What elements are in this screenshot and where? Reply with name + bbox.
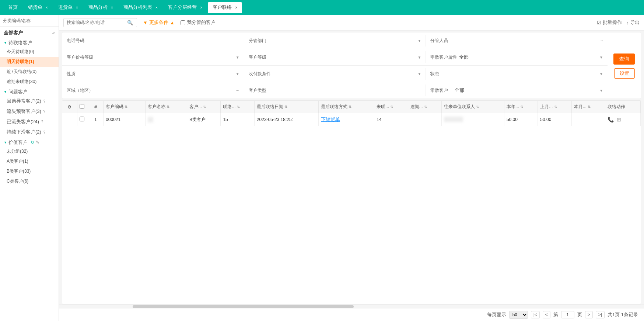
col-name[interactable]: 客户名称 ⇅ bbox=[145, 101, 187, 113]
col-last-date[interactable]: 最后联络日期 ⇅ bbox=[254, 101, 318, 113]
refresh-icon[interactable]: ↻ bbox=[31, 140, 34, 145]
total-records: 共1页 1条记录 bbox=[608, 311, 638, 318]
cell-last-month: 50.00 bbox=[538, 113, 571, 126]
scrollbar-thumb[interactable] bbox=[133, 305, 354, 308]
filter-payment: 收付款条件 ▼ bbox=[244, 68, 426, 80]
phone-action-icon[interactable]: 📞 bbox=[608, 117, 614, 122]
col-last-month[interactable]: 上月... ⇅ bbox=[538, 101, 571, 113]
export-icon: ↑ bbox=[626, 20, 629, 25]
page-suffix: 页 bbox=[577, 311, 582, 318]
my-customers-checkbox[interactable] bbox=[181, 20, 185, 25]
payment-select[interactable]: ▼ bbox=[273, 72, 421, 76]
prev-page-button[interactable]: < bbox=[543, 311, 550, 318]
first-page-button[interactable]: |< bbox=[531, 311, 540, 318]
cell-last-date: 2023-05-23 18:25: bbox=[254, 113, 318, 126]
sidebar-item-overdue[interactable]: 逾期未联络(30) bbox=[0, 77, 59, 87]
batch-op-button[interactable]: ☑ 批量操作 bbox=[597, 19, 622, 26]
col-code[interactable]: 客户编码 ⇅ bbox=[104, 101, 145, 113]
price-level-select[interactable]: ▼ bbox=[95, 55, 239, 59]
col-settings[interactable]: ⚙ bbox=[62, 101, 77, 113]
search-icon[interactable]: 🔍 bbox=[127, 20, 133, 25]
cell-last-way: 下销货单 bbox=[319, 113, 374, 126]
col-this-month[interactable]: 本月... ⇅ bbox=[571, 101, 605, 113]
col-uncontacted[interactable]: 未联... ⇅ bbox=[374, 101, 408, 113]
more-btn[interactable]: ··· bbox=[599, 38, 603, 43]
filter-row-1: 电话号码 分管部门 ▼ 分管人员 ··· bbox=[62, 32, 608, 49]
sort-icon: ⇅ bbox=[554, 105, 557, 109]
select-all-checkbox[interactable] bbox=[80, 104, 84, 109]
close-icon: × bbox=[155, 5, 158, 10]
nav-product-analysis[interactable]: 商品分析 × bbox=[84, 2, 118, 13]
dept-select[interactable]: ▼ bbox=[273, 39, 421, 43]
horizontal-scrollbar[interactable] bbox=[59, 304, 644, 308]
sidebar-item-churned[interactable]: 已流失客户(24) ? bbox=[0, 117, 59, 127]
sidebar-item-today[interactable]: 今天待联络(0) bbox=[0, 47, 59, 57]
per-page-select[interactable]: 50 100 200 bbox=[509, 311, 528, 319]
content-area: 🔍 ▼ 更多条件 ▲ 我分管的客户 ☑ 批量操作 ↑ 导出 bbox=[59, 15, 644, 321]
last-page-button[interactable]: >| bbox=[596, 311, 605, 318]
more-btn[interactable]: ··· bbox=[236, 88, 239, 93]
chevron-down-icon: ▼ bbox=[599, 72, 603, 76]
next-page-button[interactable]: > bbox=[585, 311, 593, 318]
col-last-way[interactable]: 最后联络方式 ⇅ bbox=[319, 101, 374, 113]
phone-input[interactable] bbox=[91, 37, 239, 44]
per-page-label: 每页显示 bbox=[487, 311, 506, 318]
sidebar-item-class-b[interactable]: B类客户(33) bbox=[0, 166, 59, 176]
sidebar-item-repurchase-abnormal[interactable]: 回购异常客户(2) ? bbox=[0, 96, 59, 106]
main-search-input[interactable] bbox=[67, 20, 126, 25]
col-contact[interactable]: 联络... ⇅ bbox=[221, 101, 254, 113]
query-button[interactable]: 查询 bbox=[613, 54, 635, 65]
nav-home[interactable]: 首页 bbox=[4, 2, 22, 13]
retail-customer-select[interactable]: 全部 ▼ bbox=[455, 87, 603, 94]
col-unit-contact[interactable]: 往来单位联系人 ⇅ bbox=[442, 101, 504, 113]
edit-icon[interactable]: ✎ bbox=[36, 140, 39, 145]
sidebar-item-7days[interactable]: 近7天待联络(0) bbox=[0, 67, 59, 77]
status-select[interactable]: ▼ bbox=[455, 72, 603, 76]
sort-icon: ⇅ bbox=[284, 105, 287, 109]
nav-product-analysis-list[interactable]: 商品分析列表 × bbox=[119, 2, 162, 13]
cell-unit-contact: 联系人名 bbox=[442, 113, 504, 126]
filter-customer-level: 客户等级 ▼ bbox=[244, 51, 426, 63]
sidebar-item-declining[interactable]: 持续下滑客户(2) ? bbox=[0, 127, 59, 137]
chevron-down-icon: ▼ bbox=[236, 72, 239, 76]
collapse-icon[interactable]: « bbox=[52, 30, 55, 36]
nav-purchase[interactable]: 进货单 × bbox=[54, 2, 83, 13]
region-select[interactable]: ··· bbox=[95, 88, 239, 93]
filter-row-4: 区域（地区） ··· 客户类型 零散客户 bbox=[62, 82, 608, 99]
my-customers-checkbox-label[interactable]: 我分管的客户 bbox=[181, 19, 216, 26]
nav-sales[interactable]: 销货单 × bbox=[24, 2, 52, 13]
sidebar-search-input[interactable] bbox=[3, 18, 58, 23]
page-input[interactable] bbox=[561, 311, 574, 318]
last-way-link[interactable]: 下销货单 bbox=[321, 117, 340, 122]
person-select[interactable]: ··· bbox=[455, 38, 603, 43]
sidebar-item-ungrouped[interactable]: 未分组(32) bbox=[0, 146, 59, 156]
row-checkbox[interactable] bbox=[80, 117, 84, 121]
col-this-year[interactable]: 本年... ⇅ bbox=[504, 101, 538, 113]
sort-icon: ⇅ bbox=[237, 105, 240, 109]
filter-customer-type: 客户类型 bbox=[244, 84, 426, 96]
sort-icon: ⇅ bbox=[476, 105, 479, 109]
filter-retail-attr: 零散客户属性 全部 ▼ bbox=[426, 51, 608, 63]
nav-customer-contact[interactable]: 客户联络 × bbox=[208, 2, 242, 13]
grid-action-icon[interactable]: ⊞ bbox=[617, 117, 621, 122]
cell-name: Ea bbox=[145, 113, 187, 126]
more-filter-button[interactable]: ▼ 更多条件 ▲ bbox=[140, 18, 178, 27]
sidebar-item-class-c[interactable]: C类客户(6) bbox=[0, 176, 59, 186]
sidebar-item-tomorrow[interactable]: 明天待联络(1) bbox=[0, 57, 59, 67]
sort-icon: ⇅ bbox=[588, 105, 591, 109]
gender-select[interactable]: ▼ bbox=[91, 72, 239, 76]
col-overdue[interactable]: 逾期... ⇅ bbox=[408, 101, 441, 113]
retail-attr-select[interactable]: 全部 ▼ bbox=[459, 54, 603, 61]
filter-person: 分管人员 ··· bbox=[426, 35, 608, 46]
sidebar-item-churn-warning[interactable]: 流失预警客户(3) ? bbox=[0, 106, 59, 117]
set-button[interactable]: 设置 bbox=[614, 68, 635, 79]
customer-level-select[interactable]: ▼ bbox=[273, 55, 421, 59]
sidebar: 🔍 全部客户 « ▼ 待联络客户 今天待联络(0) 明天待联络(1) 近7天待联… bbox=[0, 15, 59, 321]
sidebar-item-class-a[interactable]: A类客户(1) bbox=[0, 156, 59, 166]
nav-customer-tier[interactable]: 客户分层经营 × bbox=[164, 2, 207, 13]
triangle-icon: ▼ bbox=[4, 141, 7, 144]
export-button[interactable]: ↑ 导出 bbox=[626, 19, 640, 26]
filter-price-level: 客户价格等级 ▼ bbox=[62, 51, 244, 63]
col-type[interactable]: 客户... ⇅ bbox=[187, 101, 220, 113]
all-customers-label: 全部客户 bbox=[4, 30, 23, 36]
